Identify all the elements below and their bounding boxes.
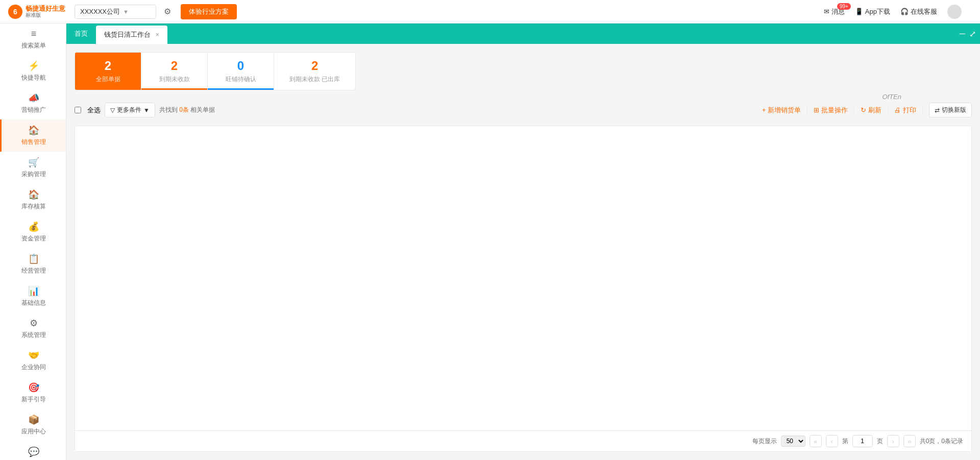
funds-icon: 💰: [28, 221, 39, 232]
tab-close-icon[interactable]: ×: [156, 31, 159, 38]
sidebar-item-search[interactable]: ≡ 搜索菜单: [0, 23, 66, 55]
settings-icon[interactable]: ⚙: [160, 5, 175, 19]
top-right-area: ✉ 消息 99+ 📱 App下载 🎧 在线客服: [824, 5, 972, 19]
batch-operation-button[interactable]: ⊞ 批量操作: [814, 106, 848, 115]
page-size-label: 每页显示: [752, 437, 777, 446]
sidebar-label-purchase: 采购管理: [21, 170, 46, 179]
online-service-label: 在线客服: [911, 7, 937, 16]
found-prefix: 共找到: [159, 106, 178, 113]
last-page-btn[interactable]: »: [903, 435, 916, 447]
tab-minimize-btn[interactable]: ─: [960, 29, 965, 38]
sidebar-label-inventory: 库存核算: [21, 202, 46, 211]
found-text: 共找到 0条 相关单据: [159, 106, 215, 114]
app-download-item[interactable]: 📱 App下载: [855, 7, 890, 16]
sidebar-item-basics[interactable]: 📊 基础信息: [0, 280, 66, 312]
quicknav-icon: ⚡: [28, 60, 39, 71]
app-download-label: App下载: [865, 7, 890, 16]
page-size-select[interactable]: 50: [781, 435, 805, 447]
table-area: 每页显示 50 « ‹ 第 页 › » 共0页，0条记录: [75, 126, 972, 452]
online-service-icon: 🎧: [900, 8, 909, 15]
page-suffix: 页: [877, 437, 883, 446]
prev-page-btn[interactable]: ‹: [826, 435, 838, 447]
logo-sub: 标准版: [26, 12, 65, 18]
summary-label-wangpu: 旺铺待确认: [226, 75, 256, 84]
toolbar-divider-3: [888, 107, 888, 114]
refresh-label: 刷新: [868, 106, 881, 115]
page-number-input[interactable]: [852, 435, 873, 447]
sidebar-item-guide[interactable]: 🎯 新手引导: [0, 377, 66, 409]
first-page-btn[interactable]: «: [810, 435, 822, 447]
sidebar-item-quicknav[interactable]: ⚡ 快捷导航: [0, 55, 66, 87]
sidebar-item-operations[interactable]: 📋 经营管理: [0, 248, 66, 280]
refresh-button[interactable]: ↻ 刷新: [861, 106, 881, 115]
sales-icon: 🏠: [28, 125, 39, 136]
sidebar-item-purchase[interactable]: 🛒 采购管理: [0, 152, 66, 184]
sidebar: ≡ 搜索菜单 ⚡ 快捷导航 📣 营销推广 🏠 销售管理 🛒 采购管理 🏠 库存核…: [0, 23, 66, 460]
filter-label: 更多条件: [117, 106, 141, 114]
print-button[interactable]: 🖨 打印: [894, 106, 916, 115]
summary-number-wangpu: 0: [237, 59, 244, 73]
tab-home[interactable]: 首页: [66, 23, 96, 44]
sidebar-item-inventory[interactable]: 🏠 库存核算: [0, 184, 66, 216]
logo-main: 畅捷通好生意: [26, 5, 65, 13]
sidebar-item-sales[interactable]: 🏠 销售管理: [0, 119, 66, 152]
trial-button[interactable]: 体验行业方案: [181, 4, 237, 19]
sidebar-item-marketing[interactable]: 📣 营销推广: [0, 87, 66, 119]
sidebar-item-system[interactable]: ⚙ 系统管理: [0, 312, 66, 345]
summary-card-shipped[interactable]: 2 到期未收款 已出库: [274, 53, 355, 90]
tab-bar: 首页 钱货日清工作台 × ─ ⤢: [66, 23, 980, 44]
select-all-label: 全选: [87, 106, 101, 115]
often-text: OfTEn: [882, 93, 901, 101]
switch-version-button[interactable]: ⇄ 切换新版: [929, 103, 972, 117]
sidebar-label-operations: 经营管理: [21, 267, 46, 275]
found-count: 0条: [179, 106, 189, 113]
sidebar-item-wechat[interactable]: 💬 企业微信: [0, 441, 66, 460]
page-content: 2 全部单据 2 到期未收款 0 旺铺待确认 2 到期未收款 已出库: [66, 44, 980, 460]
select-all-checkbox[interactable]: [75, 107, 81, 113]
summary-label-all: 全部单据: [96, 75, 120, 84]
message-item[interactable]: ✉ 消息 99+: [824, 7, 845, 16]
summary-card-all[interactable]: 2 全部单据: [75, 53, 141, 90]
message-badge: 99+: [837, 3, 851, 10]
toolbar-divider-4: [922, 107, 923, 114]
add-sales-order-button[interactable]: + 新增销货单: [762, 106, 801, 115]
page-prefix: 第: [842, 437, 848, 446]
tab-home-label: 首页: [75, 29, 88, 38]
wechat-icon: 💬: [28, 446, 39, 457]
filter-icon: ▽: [110, 107, 115, 114]
next-page-btn[interactable]: ›: [887, 435, 899, 447]
content-area: 首页 钱货日清工作台 × ─ ⤢ 2 全部单据 2 到期未收款: [66, 23, 980, 460]
company-name: XXXXXX公司: [80, 7, 120, 16]
tab-active[interactable]: 钱货日清工作台 ×: [96, 26, 167, 44]
main-layout: ≡ 搜索菜单 ⚡ 快捷导航 📣 营销推广 🏠 销售管理 🛒 采购管理 🏠 库存核…: [0, 23, 980, 460]
company-selector[interactable]: XXXXXX公司 ▼: [75, 5, 156, 19]
switch-label: 切换新版: [942, 106, 966, 114]
purchase-icon: 🛒: [28, 157, 39, 168]
online-service-item[interactable]: 🎧 在线客服: [900, 7, 937, 16]
summary-number-all: 2: [105, 59, 111, 73]
message-icon: ✉: [824, 8, 829, 15]
filter-button[interactable]: ▽ 更多条件 ▼: [105, 103, 155, 117]
summary-card-overdue[interactable]: 2 到期未收款: [141, 53, 208, 90]
summary-card-wangpu[interactable]: 0 旺铺待确认: [208, 53, 274, 90]
summary-cards: 2 全部单据 2 到期未收款 0 旺铺待确认 2 到期未收款 已出库: [75, 52, 356, 90]
table-body: [75, 126, 971, 430]
search-menu-icon: ≡: [31, 29, 37, 39]
pagination: 每页显示 50 « ‹ 第 页 › » 共0页，0条记录: [75, 430, 971, 451]
sidebar-item-funds[interactable]: 💰 资金管理: [0, 216, 66, 248]
sidebar-label-basics: 基础信息: [21, 299, 46, 307]
sidebar-label-sales: 销售管理: [21, 138, 46, 147]
sidebar-item-collab[interactable]: 🤝 企业协同: [0, 345, 66, 377]
sidebar-item-apps[interactable]: 📦 应用中心: [0, 409, 66, 441]
apps-icon: 📦: [28, 414, 39, 425]
summary-label-overdue: 到期未收款: [159, 75, 190, 84]
summary-label-shipped: 到期未收款 已出库: [289, 75, 340, 84]
app-download-icon: 📱: [855, 8, 863, 15]
filter-arrow-icon: ▼: [143, 107, 150, 114]
system-icon: ⚙: [30, 318, 38, 329]
top-bar: 6 畅捷通好生意 标准版 XXXXXX公司 ▼ ⚙ 体验行业方案 ✉ 消息 99…: [0, 0, 980, 23]
collab-icon: 🤝: [28, 350, 39, 361]
tab-fullscreen-btn[interactable]: ⤢: [969, 29, 976, 39]
avatar[interactable]: [947, 5, 962, 19]
toolbar: 全选 ▽ 更多条件 ▼ 共找到 0条 相关单据 + 新增销货单 ⊞ 批量操作: [75, 99, 972, 122]
